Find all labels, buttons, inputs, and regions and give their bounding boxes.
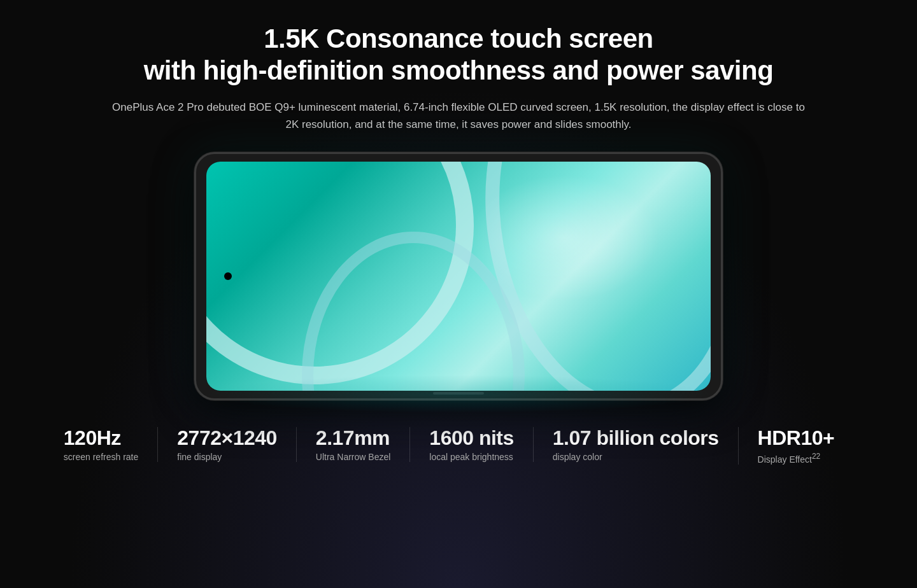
title-line2: with high-definition smoothness and powe… bbox=[144, 55, 774, 85]
main-title: 1.5K Consonance touch screen with high-d… bbox=[108, 23, 809, 87]
screen-content bbox=[206, 162, 711, 391]
phone-frame bbox=[194, 152, 723, 400]
camera-hole bbox=[224, 272, 232, 280]
description-text: OnePlus Ace 2 Pro debuted BOE Q9+ lumine… bbox=[108, 99, 809, 133]
side-button bbox=[721, 263, 723, 289]
spec-item-bezel: 2.17mm Ultra Narrow Bezel bbox=[296, 427, 409, 462]
phone-screen bbox=[206, 162, 711, 391]
spec-item-hdr: HDR10+ Display Effect22 bbox=[738, 427, 854, 465]
spec-label-bezel: Ultra Narrow Bezel bbox=[316, 452, 390, 462]
spec-value-resolution: 2772×1240 bbox=[177, 427, 277, 449]
superscript-22: 22 bbox=[812, 452, 820, 461]
phone-wrapper bbox=[194, 152, 723, 413]
phone-container bbox=[194, 152, 723, 413]
spec-item-refresh: 120Hz screen refresh rate bbox=[64, 427, 158, 462]
spec-value-hdr: HDR10+ bbox=[758, 427, 835, 449]
spec-item-colors: 1.07 billion colors display color bbox=[533, 427, 738, 462]
ground-glow bbox=[204, 375, 713, 413]
spec-value-bezel: 2.17mm bbox=[316, 427, 390, 449]
page-wrapper: 1.5K Consonance touch screen with high-d… bbox=[0, 0, 917, 588]
spec-label-colors: display color bbox=[553, 452, 602, 462]
screen-highlight bbox=[469, 174, 660, 302]
spec-label-hdr: Display Effect22 bbox=[758, 452, 821, 465]
spec-value-refresh: 120Hz bbox=[64, 427, 121, 449]
spec-label-brightness: local peak brightness bbox=[429, 452, 513, 462]
specs-bar: 120Hz screen refresh rate 2772×1240 fine… bbox=[0, 413, 917, 465]
spec-value-colors: 1.07 billion colors bbox=[553, 427, 719, 449]
header-section: 1.5K Consonance touch screen with high-d… bbox=[108, 0, 809, 139]
spec-item-brightness: 1600 nits local peak brightness bbox=[409, 427, 532, 462]
spec-label-refresh: screen refresh rate bbox=[64, 452, 139, 462]
spec-value-brightness: 1600 nits bbox=[429, 427, 513, 449]
spec-label-resolution: fine display bbox=[177, 452, 222, 462]
spec-item-resolution: 2772×1240 fine display bbox=[157, 427, 296, 462]
title-line1: 1.5K Consonance touch screen bbox=[264, 24, 653, 53]
